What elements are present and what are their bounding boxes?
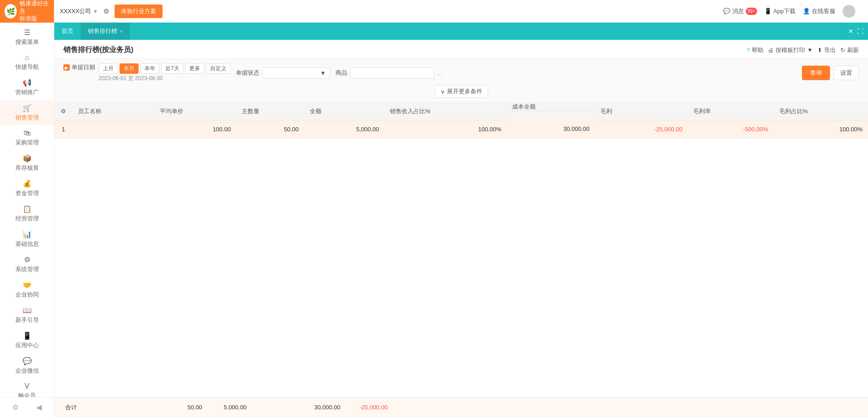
sidebar-icon-4: 🛍	[24, 129, 31, 137]
status-filter-label: 单据状态	[236, 69, 259, 77]
table-body: 1100.0050.005,000.00100.00%30,000.00-25,…	[54, 120, 868, 138]
goods-input[interactable]	[350, 67, 434, 79]
sidebar-label-10: 企业协同	[15, 291, 39, 299]
sidebar-item-10[interactable]: 🤝企业协同	[0, 277, 54, 302]
content-area: 销售排行榜(按业务员) ? 帮助 🖨 按模板打印 ▼ ⬆ 导出 ↻ 刷新	[54, 40, 868, 417]
tab-sales-ranking[interactable]: 销售排行榜 ×	[81, 23, 130, 40]
company-selector[interactable]: XXXXX公司 ▼	[60, 7, 98, 15]
sidebar-icon-7: 📋	[23, 205, 32, 213]
expand-conditions-btn[interactable]: ∨ 展开更多条件	[435, 85, 488, 98]
cell-cost-amount: 30,000.00	[507, 120, 595, 138]
sidebar-item-1[interactable]: ⌂快捷导航	[0, 50, 54, 75]
filter-collapse-btn[interactable]: ▶	[63, 64, 70, 71]
expand-label: 展开更多条件	[447, 87, 482, 96]
date-btn-this-month[interactable]: 本月	[120, 63, 139, 74]
company-name: XXXXX公司	[60, 7, 91, 15]
refresh-icon: ↻	[840, 47, 845, 53]
settings-gear-icon[interactable]: ⚙	[103, 7, 109, 15]
sidebar-item-0[interactable]: ☰搜索菜单	[0, 24, 54, 50]
query-btn[interactable]: 查询	[802, 66, 830, 80]
message-badge: 99+	[746, 8, 757, 15]
sidebar-item-5[interactable]: 📦库存核算	[0, 150, 54, 176]
cell-main-qty: 50.00	[236, 120, 304, 138]
app-icon: 📱	[764, 8, 772, 14]
footer-label: 合计	[60, 403, 82, 412]
tabbar: 首页 销售排行榜 × ✕ ⛶	[54, 23, 868, 40]
settings-icon[interactable]: ⚙	[10, 401, 20, 413]
help-btn[interactable]: ? 帮助	[747, 46, 763, 54]
col-gross: 毛利	[595, 103, 688, 120]
tab-close-icon[interactable]: ×	[120, 23, 123, 40]
sidebar-label-9: 系统管理	[15, 265, 39, 273]
sidebar-item-14[interactable]: V畅会员	[0, 379, 54, 397]
tab-close-window-icon[interactable]: ✕	[848, 28, 854, 35]
trial-btn[interactable]: 体验行业方案	[115, 5, 163, 18]
sidebar-item-7[interactable]: 📋经营管理	[0, 201, 54, 226]
sidebar-item-4[interactable]: 🛍采购管理	[0, 125, 54, 150]
sidebar-item-3[interactable]: 🛒销售管理	[0, 100, 54, 125]
cell-index: 1	[54, 120, 72, 138]
data-table: ⚙ 员工名称 平均单价 主数量 全额 销售收入占比% 成本全额 毛利 毛利率 毛…	[54, 103, 868, 139]
message-btn[interactable]: 💬 消息 99+	[723, 7, 757, 15]
table-footer: 合计 50.00 5,000.00 30,000.00 -25,000.00	[54, 397, 868, 417]
main-area: XXXXX公司 ▼ ⚙ 体验行业方案 💬 消息 99+ 📱 App下载 👤 在线…	[54, 0, 868, 417]
col-gross-rate: 毛利率	[688, 103, 774, 120]
goods-filter-wrap: 商品 ...	[336, 67, 442, 79]
sidebar-label-3: 销售管理	[15, 114, 39, 122]
tab-maximize-icon[interactable]: ⛶	[857, 28, 863, 35]
tab-home[interactable]: 首页	[54, 23, 81, 40]
sidebar: 🌿 畅康通好生意 标准版 ☰搜索菜单⌂快捷导航📢营销推广🛒销售管理🛍采购管理📦库…	[0, 0, 54, 417]
app-download-label: App下载	[773, 7, 796, 15]
sidebar-label-12: 应用中心	[15, 341, 39, 350]
online-service-label: 在线客服	[812, 7, 835, 15]
goods-input-more[interactable]: ...	[437, 70, 442, 77]
online-service-btn[interactable]: 👤 在线客服	[803, 7, 835, 15]
sidebar-nav: ☰搜索菜单⌂快捷导航📢营销推广🛒销售管理🛍采购管理📦库存核算💰资金管理📋经营管理…	[0, 23, 54, 397]
col-amount: 全额	[304, 103, 385, 120]
date-btn-7days[interactable]: 近7天	[161, 63, 183, 74]
avatar[interactable]	[843, 5, 855, 18]
sidebar-item-2[interactable]: 📢营销推广	[0, 75, 54, 100]
sidebar-label-4: 采购管理	[15, 139, 39, 147]
date-btn-this-year[interactable]: 本年	[140, 63, 159, 74]
page-title: 销售排行榜(按业务员)	[63, 45, 134, 55]
cell-gross-ratio: 100.00%	[774, 120, 868, 138]
cell-amount: 5,000.00	[304, 120, 385, 138]
date-btn-last-month[interactable]: 上月	[99, 63, 118, 74]
expand-chevron-icon: ∨	[441, 88, 445, 95]
status-filter-wrap: 单据状态 ▼	[236, 67, 330, 79]
sidebar-item-12[interactable]: 📱应用中心	[0, 328, 54, 353]
cell-gross: -25,000.00	[595, 120, 688, 138]
status-select-arrow: ▼	[320, 70, 326, 77]
footer-gross: -25,000.00	[354, 404, 393, 411]
sidebar-item-6[interactable]: 💰资金管理	[0, 176, 54, 201]
logo-text: 畅康通好生意 标准版	[19, 0, 49, 23]
settings-btn[interactable]: 设置	[834, 66, 859, 80]
date-btn-more[interactable]: 更多	[185, 63, 204, 74]
tabbar-controls: ✕ ⛶	[844, 28, 868, 35]
date-btn-custom[interactable]: 自定义	[206, 63, 230, 74]
sidebar-icon-5: 📦	[23, 154, 32, 163]
footer-amount: 5,000.00	[218, 404, 259, 411]
status-select[interactable]: ▼	[262, 67, 330, 79]
sidebar-label-0: 搜索菜单	[15, 38, 39, 46]
sidebar-label-7: 经营管理	[15, 215, 39, 223]
collapse-icon[interactable]: ◀	[34, 401, 43, 413]
sidebar-label-13: 企业微信	[15, 367, 39, 375]
sidebar-item-8[interactable]: 📊基础信息	[0, 226, 54, 252]
sidebar-item-9[interactable]: ⚙系统管理	[0, 252, 54, 277]
refresh-btn[interactable]: ↻ 刷新	[840, 46, 859, 54]
help-icon: ?	[747, 47, 750, 53]
cell-gross-rate: -500.00%	[688, 120, 774, 138]
export-btn[interactable]: ⬆ 导出	[817, 46, 836, 54]
sidebar-item-11[interactable]: 📖新手引导	[0, 302, 54, 328]
tab-label: 销售排行榜	[88, 23, 117, 40]
company-dropdown-icon: ▼	[93, 9, 98, 14]
export-icon: ⬆	[817, 47, 822, 53]
template-print-btn[interactable]: 🖨 按模板打印 ▼	[768, 46, 813, 54]
goods-filter-label: 商品	[336, 69, 347, 77]
sidebar-icon-11: 📖	[23, 306, 32, 315]
app-download-btn[interactable]: 📱 App下载	[764, 7, 796, 15]
sidebar-icon-14: V	[24, 382, 29, 390]
sidebar-item-13[interactable]: 💬企业微信	[0, 353, 54, 379]
